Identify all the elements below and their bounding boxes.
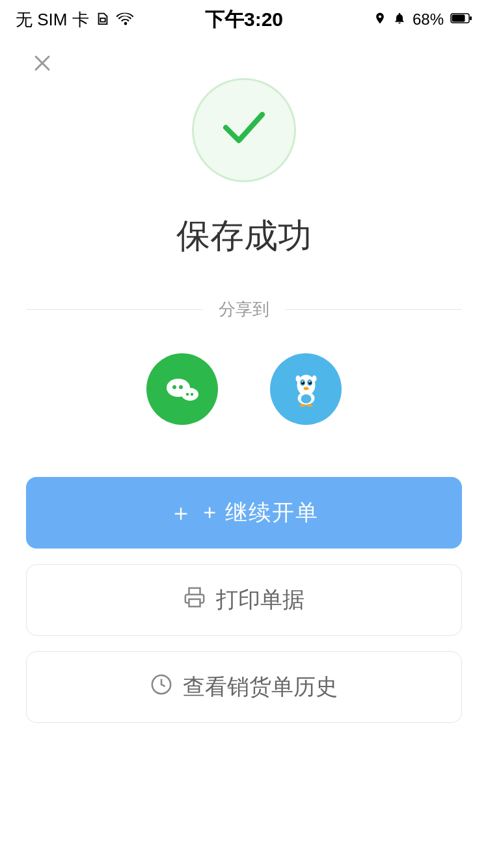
qq-share-button[interactable] [270, 353, 342, 425]
battery-icon [450, 10, 472, 29]
status-time: 下午3:20 [205, 7, 283, 33]
location-icon [373, 10, 386, 29]
svg-point-9 [182, 388, 198, 401]
battery-level: 68% [413, 10, 444, 29]
plus-icon: ＋ [169, 497, 193, 529]
checkmark-icon [218, 100, 270, 161]
history-label: 查看销货单历史 [183, 672, 338, 702]
success-circle [192, 78, 296, 182]
wechat-share-button[interactable] [146, 353, 218, 425]
svg-point-18 [309, 381, 310, 383]
main-content: 保存成功 分享到 [0, 39, 488, 723]
print-icon [183, 586, 206, 614]
svg-point-17 [302, 381, 303, 383]
svg-point-24 [295, 375, 300, 382]
history-button[interactable]: 查看销货单历史 [26, 651, 462, 723]
svg-point-23 [306, 404, 312, 407]
share-icons [146, 353, 342, 425]
print-button[interactable]: 打印单据 [26, 564, 462, 636]
share-label: 分享到 [203, 298, 285, 321]
continue-label: + 继续开单 [203, 498, 318, 528]
svg-point-19 [303, 387, 308, 390]
divider-left [26, 309, 203, 310]
alarm-icon [393, 10, 406, 29]
svg-rect-3 [452, 15, 465, 22]
svg-point-25 [312, 375, 316, 382]
svg-point-7 [172, 385, 176, 389]
svg-point-8 [179, 385, 183, 389]
success-title: 保存成功 [176, 213, 312, 259]
svg-point-10 [185, 392, 188, 395]
sim-icon [96, 10, 110, 30]
svg-rect-2 [470, 16, 472, 20]
svg-point-11 [190, 392, 193, 395]
svg-point-21 [301, 394, 311, 403]
history-icon [150, 673, 172, 701]
svg-point-22 [299, 404, 305, 407]
status-right: 68% [373, 10, 472, 29]
status-carrier: 无 SIM 卡 [16, 8, 135, 31]
continue-button[interactable]: ＋ + 继续开单 [26, 477, 462, 549]
svg-rect-26 [189, 599, 200, 606]
share-divider: 分享到 [0, 298, 488, 321]
svg-rect-0 [100, 18, 105, 22]
wifi-icon [116, 10, 135, 30]
print-label: 打印单据 [216, 585, 305, 615]
divider-right [285, 309, 462, 310]
action-buttons: ＋ + 继续开单 打印单据 查看销货单历史 [0, 477, 488, 723]
status-bar: 无 SIM 卡 下午3:20 68% [0, 0, 488, 39]
close-button[interactable] [26, 47, 59, 79]
